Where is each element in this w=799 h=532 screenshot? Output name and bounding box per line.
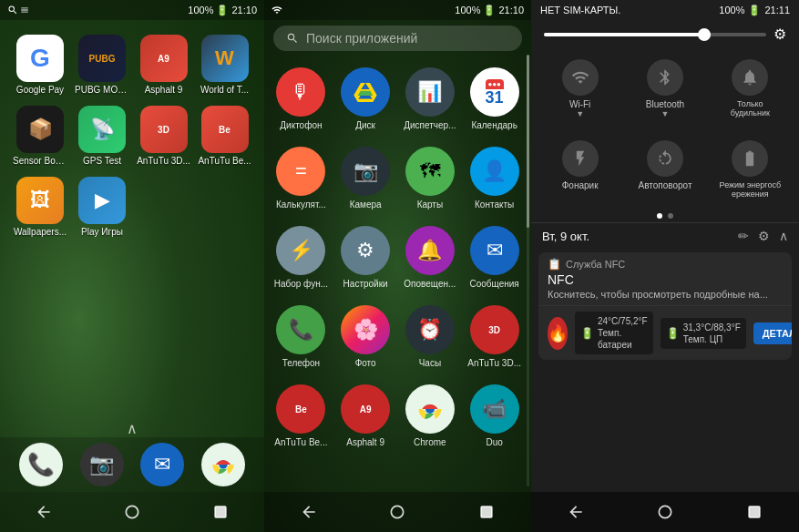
drawer-icon-duo: 📹 (470, 384, 519, 434)
toggle-label-alarm-only: Только будильник (731, 99, 770, 118)
back-button-1[interactable] (26, 494, 62, 530)
app-label-play-games: Play Игры (81, 227, 123, 237)
recent-button-3[interactable] (736, 494, 773, 530)
app-antutu-bench[interactable]: Be AnTuTu Be... (196, 102, 253, 169)
drawer-app-maps[interactable]: 🗺 Карты (399, 139, 462, 217)
drawer-label-chrome: Chrome (414, 437, 446, 447)
dot-1 (657, 213, 662, 219)
date-row: Вт, 9 окт. ✏ ⚙ ∧ (531, 222, 799, 249)
drawer-app-phone[interactable]: 📞 Телефон (270, 298, 333, 375)
edit-button[interactable]: ✏ (738, 229, 749, 243)
drawer-app-calendar[interactable]: ●●● 31 Календарь (463, 60, 526, 138)
drawer-icon-calc: = (276, 147, 325, 196)
drawer-app-settings[interactable]: ⚙ Настройки (334, 219, 397, 296)
status-bar-left-icons (7, 5, 29, 15)
home-app-grid: G Google Pay PUBG PUBG MOB... A9 Asphalt… (0, 20, 264, 251)
drawer-app-calc[interactable]: = Калькулят... (270, 139, 333, 217)
drawer-icon-antutu3d: 3D (470, 305, 519, 354)
app-world[interactable]: W World of T... (196, 31, 253, 98)
brightness-slider[interactable] (544, 33, 766, 36)
recent-button-1[interactable] (202, 494, 239, 530)
app-icon-world: W (201, 35, 249, 82)
drawer-app-duo[interactable]: 📹 Duo (463, 377, 526, 455)
toggle-autorotate[interactable]: Автоповорот (623, 133, 706, 206)
drawer-app-asphalt9[interactable]: A9 Asphalt 9 (334, 377, 397, 455)
expand-button[interactable]: ∧ (779, 229, 788, 243)
notification-icons (7, 5, 29, 15)
notif-detail-button[interactable]: ДЕТАЛИ (753, 322, 792, 344)
home-button-1[interactable] (114, 494, 150, 530)
drawer-app-clock[interactable]: ⏰ Часы (399, 298, 462, 375)
recent-button-2[interactable] (468, 494, 505, 530)
scroll-indicator (527, 55, 529, 486)
dot-2 (668, 213, 673, 219)
app-icon-wallpapers: 🖼 (16, 177, 64, 224)
shade-time: 21:11 (764, 5, 790, 15)
drawer-icon-clock: ⏰ (405, 305, 455, 354)
app-grid-main: G Google Pay PUBG PUBG MOB... A9 Asphalt… (7, 27, 257, 244)
toggle-icon-flashlight (562, 140, 599, 177)
status-bar-right: 100% 🔋 21:10 (188, 5, 257, 16)
shade-settings-button[interactable]: ⚙ (773, 26, 786, 43)
toggle-flashlight[interactable]: Фонарик (538, 133, 621, 206)
page-dots (531, 210, 799, 222)
drawer-app-antutu-bench[interactable]: Be AnTuTu Be... (270, 377, 333, 455)
drawer-icon-chrome (405, 384, 455, 434)
drawer-app-camera[interactable]: 📷 Камера (334, 139, 397, 217)
drawer-app-photos[interactable]: 🌸 Фото (334, 298, 397, 375)
back-button-2[interactable] (291, 494, 327, 530)
back-button-3[interactable] (558, 494, 594, 530)
toggle-wifi[interactable]: Wi-Fi ▼ (538, 52, 621, 126)
app-antutu3d[interactable]: 3D AnTuTu 3D... (135, 102, 192, 169)
drawer-app-dictophone[interactable]: 🎙 Диктофон (270, 60, 333, 138)
notif-app-icon-nfc: 📋 (548, 258, 560, 271)
app-asphalt9[interactable]: A9 Asphalt 9 (135, 31, 192, 98)
svg-point-6 (659, 506, 671, 517)
notif-avatar: 🔥 (548, 317, 568, 350)
toggle-battery-saver[interactable]: Режим энергосб ережения (709, 133, 792, 206)
home-button-3[interactable] (647, 494, 683, 530)
drawer-battery-icon: 🔋 (483, 5, 496, 16)
toggle-alarm-only[interactable]: Только будильник (709, 52, 792, 126)
app-play-games[interactable]: ▶ Play Игры (73, 173, 131, 240)
notif-battery-icon: 🔋 (580, 327, 594, 340)
home-dock: 📞 📷 ✉ (0, 437, 264, 492)
svg-rect-2 (215, 506, 226, 517)
notification-card-nfc[interactable]: 📋 Служба NFC NFC Коснитесь, чтобы просмо… (538, 252, 792, 360)
dock-photos[interactable]: 📷 (80, 443, 124, 486)
dock-chrome[interactable] (201, 443, 245, 486)
drawer-time: 21:10 (498, 5, 524, 15)
app-wallpapers[interactable]: 🖼 Wallpapers... (11, 173, 69, 240)
app-pubg[interactable]: PUBG PUBG MOB... (73, 31, 131, 98)
toggle-label-battery-saver: Режим энергосб ережения (712, 180, 788, 199)
drawer-app-toolkit[interactable]: ⚡ Набор фун... (270, 219, 333, 296)
dock-messages[interactable]: ✉ (140, 443, 184, 486)
nav-bar-1 (0, 492, 264, 532)
date-text: Вт, 9 окт. (542, 230, 589, 243)
app-sensor-box[interactable]: 📦 Sensor Box... (11, 102, 69, 169)
home-button-2[interactable] (379, 494, 415, 530)
app-search-bar[interactable] (273, 26, 522, 51)
drawer-icon-notify: 🔔 (405, 226, 455, 275)
app-google-pay[interactable]: G Google Pay (11, 31, 69, 98)
search-input[interactable] (306, 31, 509, 46)
drawer-icon-calendar: ●●● 31 (470, 67, 519, 117)
toggle-label-wifi: Wi-Fi (569, 99, 590, 109)
app-icon-antutu-bench: Be (201, 106, 249, 153)
svg-rect-7 (749, 506, 760, 517)
drawer-app-notify[interactable]: 🔔 Оповещен... (399, 219, 462, 296)
drawer-app-messages[interactable]: ✉ Сообщения (463, 219, 526, 296)
drawer-app-drive[interactable]: Диск (334, 60, 397, 138)
settings-button-date[interactable]: ⚙ (758, 229, 770, 243)
dock-phone[interactable]: 📞 (19, 443, 63, 486)
toggle-bluetooth[interactable]: Bluetooth ▼ (623, 52, 706, 126)
drawer-app-antutu3d[interactable]: 3D AnTuTu 3D... (463, 298, 526, 375)
search-icon (286, 32, 299, 45)
drawer-app-chrome[interactable]: Chrome (399, 377, 462, 455)
app-label-wallpapers: Wallpapers... (14, 227, 67, 237)
drawer-app-dispatch[interactable]: 📊 Диспетчер... (399, 60, 462, 138)
drawer-app-contacts[interactable]: 👤 Контакты (463, 139, 526, 217)
drawer-icon-drive (341, 67, 390, 117)
app-gps[interactable]: 📡 GPS Test (73, 102, 131, 169)
drawer-status-left (271, 5, 282, 15)
